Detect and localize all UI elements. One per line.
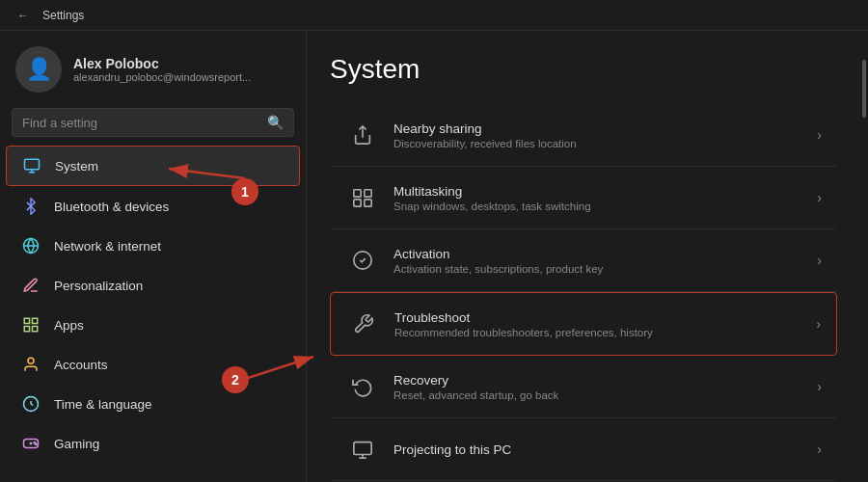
multitasking-text: MultitaskingSnap windows, desktops, task… [393,184,817,212]
svg-rect-8 [33,327,38,332]
sidebar: 👤 Alex Poloboc alexandru_poloboc@windows… [0,31,307,482]
back-button[interactable]: ← [12,4,35,27]
svg-rect-0 [25,159,40,170]
activation-chevron: › [817,253,822,268]
multitasking-desc: Snap windows, desktops, task switching [393,201,817,212]
settings-list: Nearby sharingDiscoverability, received … [330,104,837,481]
sidebar-label-gaming: Gaming [54,437,99,451]
sidebar-item-gaming[interactable]: Gaming [6,424,300,463]
multitasking-icon [345,180,380,215]
user-info: Alex Poloboc alexandru_poloboc@windowsre… [73,56,251,83]
activation-text: ActivationActivation state, subscription… [393,247,817,275]
sidebar-label-bluetooth: Bluetooth & devices [54,200,169,214]
troubleshoot-chevron: › [816,316,821,332]
bluetooth-icon [21,197,41,216]
system-icon [22,156,41,175]
svg-rect-6 [33,318,38,323]
sidebar-item-bluetooth[interactable]: Bluetooth & devices [6,187,300,226]
troubleshoot-desc: Recommended troubleshooters, preferences… [394,327,816,338]
scrollbar[interactable] [860,31,868,482]
title-bar: ← Settings [0,0,868,31]
nearby-sharing-desc: Discoverability, received files location [393,138,817,149]
svg-point-17 [36,443,38,445]
activation-desc: Activation state, subscriptions, product… [393,263,817,275]
main-layout: 👤 Alex Poloboc alexandru_poloboc@windows… [0,31,868,482]
personalization-icon [21,276,41,295]
svg-rect-22 [365,200,371,206]
svg-rect-5 [24,318,29,323]
projecting-title: Projecting to this PC [393,442,817,457]
multitasking-title: Multitasking [393,184,817,199]
nearby-sharing-text: Nearby sharingDiscoverability, received … [393,121,817,149]
scrollbar-thumb [862,60,866,118]
sidebar-item-apps[interactable]: Apps [6,306,300,344]
nearby-sharing-chevron: › [817,127,822,143]
accounts-icon [21,355,41,374]
activation-icon [345,243,380,278]
avatar-icon: 👤 [26,57,52,82]
settings-item-troubleshoot[interactable]: TroubleshootRecommended troubleshooters,… [330,292,837,356]
recovery-icon [345,369,380,404]
sidebar-item-system[interactable]: System [6,146,300,186]
content-area: System Nearby sharingDiscoverability, re… [307,31,860,482]
apps-icon [21,315,41,335]
sidebar-item-personalization[interactable]: Personalization [6,266,300,305]
sidebar-label-timelanguage: Time & language [54,397,152,412]
network-icon [21,236,41,255]
troubleshoot-title: Troubleshoot [394,310,816,325]
svg-rect-19 [354,190,361,197]
search-input[interactable] [22,116,259,130]
sidebar-label-accounts: Accounts [54,358,108,372]
settings-item-recovery[interactable]: RecoveryReset, advanced startup, go back… [330,356,837,418]
svg-line-12 [31,404,33,406]
page-title: System [330,54,837,85]
nav-list: SystemBluetooth & devicesNetwork & inter… [0,145,306,464]
sidebar-label-system: System [55,159,98,174]
user-name: Alex Poloboc [73,56,251,71]
user-profile[interactable]: 👤 Alex Poloboc alexandru_poloboc@windows… [0,31,306,104]
troubleshoot-icon [346,307,381,341]
activation-title: Activation [393,247,817,261]
nearby-sharing-icon [345,118,380,152]
multitasking-chevron: › [817,190,822,205]
sidebar-label-personalization: Personalization [54,279,143,293]
projecting-chevron: › [817,442,822,457]
timelanguage-icon [21,394,41,414]
troubleshoot-text: TroubleshootRecommended troubleshooters,… [394,310,816,338]
sidebar-label-apps: Apps [54,318,84,333]
settings-item-activation[interactable]: ActivationActivation state, subscription… [330,229,837,292]
svg-rect-20 [365,190,371,197]
search-bar[interactable]: 🔍 [12,108,294,137]
projecting-icon [345,432,380,467]
recovery-title: Recovery [393,373,817,388]
search-icon: 🔍 [267,115,284,130]
recovery-desc: Reset, advanced startup, go back [393,389,817,401]
recovery-chevron: › [817,379,822,394]
settings-item-nearby-sharing[interactable]: Nearby sharingDiscoverability, received … [330,104,837,167]
settings-item-multitasking[interactable]: MultitaskingSnap windows, desktops, task… [330,167,837,229]
sidebar-item-timelanguage[interactable]: Time & language [6,385,300,423]
svg-rect-21 [354,200,361,206]
title-bar-label: Settings [42,9,84,22]
sidebar-item-accounts[interactable]: Accounts [6,345,300,384]
gaming-icon [21,434,41,453]
svg-point-9 [28,358,34,363]
svg-rect-7 [24,327,29,332]
sidebar-item-network[interactable]: Network & internet [6,227,300,265]
nearby-sharing-title: Nearby sharing [393,121,817,136]
user-email: alexandru_poloboc@windowsreport... [73,71,251,83]
avatar: 👤 [15,46,62,93]
settings-item-projecting[interactable]: Projecting to this PC› [330,418,837,481]
svg-rect-24 [354,442,371,455]
projecting-text: Projecting to this PC [393,442,817,457]
recovery-text: RecoveryReset, advanced startup, go back [393,373,817,401]
sidebar-label-network: Network & internet [54,239,161,254]
